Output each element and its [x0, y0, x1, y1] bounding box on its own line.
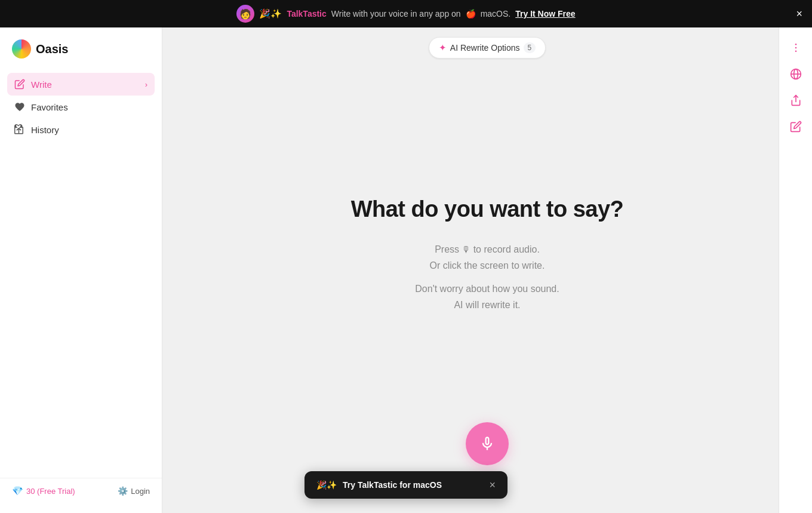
- history-label: History: [31, 125, 59, 135]
- toast-close-button[interactable]: ×: [489, 480, 496, 490]
- gem-icon: 💎: [12, 486, 23, 496]
- sidebar-item-history[interactable]: History: [7, 118, 155, 141]
- credits-badge: 💎 30 (Free Trial): [12, 486, 75, 496]
- press-text: Press: [435, 244, 459, 254]
- share-icon: [790, 94, 802, 106]
- banner-close-button[interactable]: ×: [796, 8, 802, 19]
- mic-container: [466, 422, 509, 465]
- sidebar-item-favorites[interactable]: Favorites: [7, 96, 155, 118]
- toast-bar: 🎉✨ Try TalkTastic for macOS ×: [304, 471, 508, 499]
- mic-record-button[interactable]: [466, 422, 509, 465]
- ai-rewrite-button[interactable]: ✦ AI Rewrite Options 5: [429, 37, 546, 59]
- svg-point-0: [795, 44, 796, 45]
- top-banner: 🧑 🎉✨ TalkTastic Write with your voice in…: [0, 0, 812, 27]
- main-toolbar: ✦ AI Rewrite Options 5: [162, 27, 812, 68]
- ai-rewrite-text: AI will rewrite it.: [454, 300, 520, 310]
- write-icon: [14, 79, 25, 90]
- edit-icon: [790, 121, 802, 133]
- ai-star-icon: ✦: [439, 42, 447, 53]
- dont-worry-text: Don't worry about how you sound.: [415, 284, 559, 294]
- banner-emoji: 🎉✨: [259, 8, 282, 19]
- credits-text: 30 (Free Trial): [26, 487, 75, 496]
- main-content: ✦ AI Rewrite Options 5 What do you want …: [162, 27, 812, 513]
- write-chevron-icon: ›: [145, 80, 147, 89]
- login-button[interactable]: ⚙️ Login: [118, 486, 150, 496]
- gear-icon: ⚙️: [118, 486, 128, 496]
- sidebar-nav: Write › Favorites History: [0, 68, 162, 478]
- toast-cta[interactable]: Try TalkTastic for macOS: [343, 480, 442, 490]
- logo-text: Oasis: [36, 42, 68, 56]
- ai-rewrite-count: 5: [524, 42, 536, 53]
- banner-apple-icon: 🍎: [466, 9, 476, 19]
- banner-text: Write with your voice in any app on: [331, 9, 461, 19]
- history-icon: [14, 124, 25, 135]
- oasis-logo-icon: [12, 39, 31, 59]
- app-layout: Oasis Write ›: [0, 0, 812, 513]
- sidebar-logo: Oasis: [0, 27, 162, 68]
- edit-button[interactable]: [785, 116, 807, 137]
- sidebar-item-write[interactable]: Write ›: [7, 73, 155, 96]
- banner-avatar: 🧑: [236, 5, 254, 23]
- instruction-record: Press 🎙 to record audio. Or click the sc…: [430, 241, 545, 274]
- more-dots-icon: [790, 42, 802, 54]
- banner-cta-link[interactable]: Try It Now Free: [515, 9, 575, 19]
- toast-emoji: 🎉✨: [316, 480, 337, 490]
- svg-point-1: [795, 47, 796, 49]
- click-text: Or click the screen to write.: [430, 260, 545, 271]
- favorites-label: Favorites: [31, 102, 68, 112]
- main-heading: What do you want to say?: [351, 196, 624, 222]
- globe-icon: [790, 68, 802, 80]
- mic-inline-icon: 🎙: [462, 244, 473, 254]
- instruction-ai: Don't worry about how you sound. AI will…: [415, 281, 559, 313]
- globe-button[interactable]: [785, 63, 807, 85]
- record-text: to record audio.: [473, 244, 540, 254]
- favorites-icon: [14, 102, 25, 112]
- write-label: Write: [31, 79, 52, 90]
- sidebar-footer: 💎 30 (Free Trial) ⚙️ Login: [0, 478, 162, 503]
- sidebar: Oasis Write ›: [0, 27, 162, 513]
- right-panel: [779, 27, 812, 513]
- banner-brand: TalkTastic: [287, 9, 326, 19]
- ai-rewrite-label: AI Rewrite Options: [450, 43, 520, 53]
- svg-point-2: [795, 51, 796, 53]
- microphone-icon: [479, 435, 496, 452]
- share-button[interactable]: [785, 90, 807, 111]
- banner-macos: macOS.: [481, 9, 511, 19]
- login-label: Login: [131, 487, 150, 496]
- more-options-button[interactable]: [785, 37, 807, 59]
